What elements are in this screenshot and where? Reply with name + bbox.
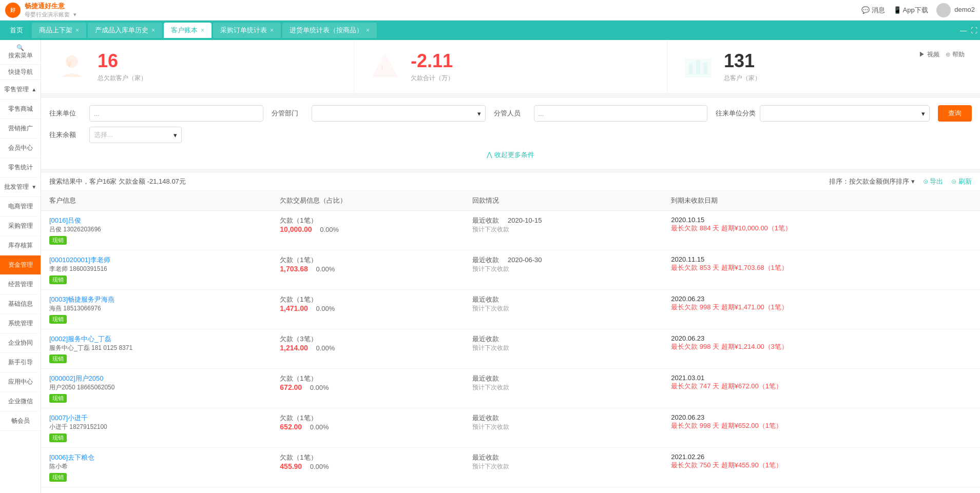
sidebar-item-finance[interactable]: 资金管理 <box>0 255 41 275</box>
last-payment: 最近收款 <box>472 295 655 304</box>
customer-name-link[interactable]: [0003]畅捷服务尹海燕 <box>49 295 263 304</box>
tab-product-history[interactable]: 产成品入库单历史 × <box>88 23 162 38</box>
balance-placeholder: 选择... <box>94 130 113 140</box>
customer-name-link[interactable]: [0001020001]李老师 <box>49 255 263 265</box>
customer-name-link[interactable]: [0002]服务中心_丁磊 <box>49 334 263 344</box>
customer-name-link[interactable]: [0006]去下粮仓 <box>49 453 263 462</box>
view-video-btn[interactable]: ▶ 视频 <box>919 50 939 59</box>
debt-count: 欠款（1笔） <box>280 216 456 225</box>
close-purchase-order-icon[interactable]: × <box>270 27 274 34</box>
close-goods-icon[interactable]: × <box>75 27 79 34</box>
dept-select[interactable]: ▾ <box>312 105 486 122</box>
app-download-btn[interactable]: 📱 App下载 <box>893 6 928 15</box>
sidebar-item-purchase[interactable]: 采购管理 <box>0 216 41 236</box>
sidebar-item-operations[interactable]: 经营管理 <box>0 275 41 294</box>
overdue-info: 最长欠款 747 天 超期¥672.00（1笔） <box>671 382 972 391</box>
debt-percent: 0.00% <box>310 423 329 431</box>
sidebar-item-vip[interactable]: 畅会员 <box>0 411 41 431</box>
next-payment: 预计下次收款 <box>472 423 655 431</box>
close-product-history-icon[interactable]: × <box>151 27 155 34</box>
last-payment: 最近收款 2020-10-15 <box>472 216 655 225</box>
overdue-link[interactable]: 超期¥1,703.68（1笔） <box>721 264 788 271</box>
debt-count: 欠款（1笔） <box>280 374 456 383</box>
sidebar-item-inventory[interactable]: 库存核算 <box>0 236 41 255</box>
sidebar-quick-nav[interactable]: 快捷导航 <box>0 65 41 80</box>
debt-amount[interactable]: 1,703.68 <box>280 265 308 273</box>
tab-minimize-icon[interactable]: — <box>960 27 967 34</box>
sidebar-search[interactable]: 🔍 搜索菜单 <box>0 40 41 65</box>
sidebar-item-retail-mgmt[interactable]: 零售管理 ▲ <box>0 80 41 100</box>
message-btn[interactable]: 💬 消息 <box>861 6 885 15</box>
sidebar-item-retail-stats[interactable]: 零售统计 <box>0 158 41 178</box>
table-row: [000002]用户2050 用户2050 18665062050 现销 欠款（… <box>41 369 980 408</box>
overdue-link[interactable]: 超期¥652.00（1笔） <box>721 422 782 429</box>
tab-home[interactable]: 首页 <box>3 23 30 38</box>
export-btn[interactable]: ⊙ 导出 <box>923 177 944 186</box>
sidebar-item-system[interactable]: 系统管理 <box>0 314 41 333</box>
help-btn[interactable]: ⊙ 帮助 <box>946 50 965 59</box>
customer-tag: 现销 <box>49 433 67 442</box>
overdue-link[interactable]: 超期¥1,471.00（1笔） <box>721 303 788 311</box>
overdue-info: 最长欠款 998 天 超期¥1,471.00（1笔） <box>671 303 972 312</box>
tab-goods[interactable]: 商品上下架 × <box>32 23 86 38</box>
total-customers-icon <box>683 51 714 82</box>
close-inbound-stats-icon[interactable]: × <box>366 27 370 34</box>
sidebar-item-enterprise[interactable]: 企业协同 <box>0 333 41 353</box>
return-status-cell: 最近收款 2020-06-30 预计下次收款 <box>464 250 663 290</box>
collapse-btn[interactable]: ⋀ 收起更多条件 <box>49 148 972 162</box>
sidebar-item-retail-mall[interactable]: 零售商城 <box>0 100 41 119</box>
last-payment: 最近收款 <box>472 453 655 462</box>
user-avatar[interactable]: demo2 <box>936 3 975 17</box>
sort-label[interactable]: 排序：按欠款金额倒序排序 ▾ <box>829 177 915 186</box>
unit-class-filter: 往来单位分类 ▾ <box>716 105 930 122</box>
sidebar-item-app-center[interactable]: 应用中心 <box>0 372 41 392</box>
debt-amount[interactable]: 1,471.00 <box>280 304 308 312</box>
overdue-info: 最长欠款 750 天 超期¥455.90（1笔） <box>671 461 972 470</box>
close-customer-account-icon[interactable]: × <box>201 27 204 34</box>
debt-amount[interactable]: 10,000.00 <box>280 225 312 233</box>
sidebar-item-ecommerce[interactable]: 电商管理 <box>0 197 41 216</box>
tab-purchase-order[interactable]: 采购订单统计表 × <box>213 23 281 38</box>
overdue-date-cell: 2021.02.26 最长欠款 750 天 超期¥455.90（1笔） <box>663 448 980 487</box>
main-layout: 🔍 搜索菜单 快捷导航 零售管理 ▲ 零售商城 营销推广 会员中心 零售统计 批… <box>0 40 980 493</box>
table-row: [0007]小迸千 小迸千 18279152100 现销 欠款（1笔） 652.… <box>41 408 980 448</box>
sidebar-item-member[interactable]: 会员中心 <box>0 139 41 158</box>
person-input[interactable]: ... <box>534 105 708 122</box>
debtors-icon: ¥ <box>56 51 87 82</box>
tab-maximize-icon[interactable]: ⛶ <box>971 27 977 34</box>
company-selector[interactable]: 母婴行业演示账套 ▾ <box>25 11 76 18</box>
customer-tag: 现销 <box>49 236 67 245</box>
customer-name-link[interactable]: [0016]吕俊 <box>49 216 263 225</box>
balance-select[interactable]: 选择... ▾ <box>89 127 182 143</box>
customer-phone: 小迸千 18279152100 <box>49 423 263 431</box>
debt-amount[interactable]: 652.00 <box>280 423 302 431</box>
debt-amount[interactable]: 455.90 <box>280 462 302 470</box>
sidebar-item-basic-info[interactable]: 基础信息 <box>0 294 41 314</box>
overdue-link[interactable]: 超期¥1,214.00（3笔） <box>721 343 788 350</box>
sidebar-item-newbie[interactable]: 新手引导 <box>0 353 41 372</box>
help-icon: ⊙ <box>946 51 951 58</box>
refresh-btn[interactable]: ⊙ 刷新 <box>951 177 972 186</box>
overdue-link[interactable]: 超期¥10,000.00（1笔） <box>721 224 792 232</box>
stat-total-customers: 131 总客户（家） ▶ 视频 ⊙ 帮助 <box>667 40 980 93</box>
message-icon: 💬 <box>861 6 870 14</box>
balance-label: 往来余额 <box>49 130 85 140</box>
sidebar-item-marketing[interactable]: 营销推广 <box>0 119 41 139</box>
sidebar-item-batch-mgmt[interactable]: 批发管理 ▼ <box>0 178 41 197</box>
return-date: 2020-10-15 <box>501 216 542 224</box>
debt-amount[interactable]: 672.00 <box>280 383 302 391</box>
customer-table: 客户信息 欠款交易信息（占比） 回款情况 到期未收款日期 [0016]吕俊 吕俊… <box>41 191 980 493</box>
overdue-link[interactable]: 超期¥455.90（1笔） <box>721 461 782 469</box>
customer-name-link[interactable]: [000002]用户2050 <box>49 374 263 383</box>
tab-customer-account[interactable]: 客户账本 × <box>164 23 212 38</box>
return-label: 最近收款 <box>472 295 499 303</box>
unit-class-select[interactable]: ▾ <box>760 105 930 122</box>
search-button[interactable]: 查询 <box>938 105 972 122</box>
tab-inbound-stats[interactable]: 进货单统计表（按商品） × <box>282 23 377 38</box>
source-unit-input[interactable]: ... <box>89 105 263 122</box>
overdue-info: 最长欠款 998 天 超期¥652.00（1笔） <box>671 421 972 430</box>
debt-amount[interactable]: 1,214.00 <box>280 344 308 352</box>
customer-name-link[interactable]: [0007]小迸千 <box>49 413 263 423</box>
sidebar-item-wecom[interactable]: 企业微信 <box>0 392 41 411</box>
overdue-link[interactable]: 超期¥672.00（1笔） <box>721 382 782 390</box>
